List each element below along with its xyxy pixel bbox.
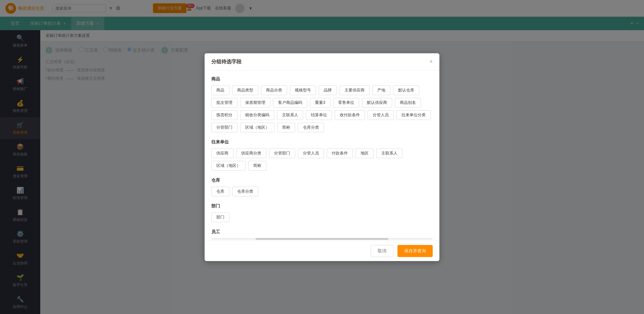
field-partner-category[interactable]: 往来单位分类 — [396, 110, 431, 120]
section-partner-title: 往来单位 — [211, 139, 433, 145]
modal-overlay: 分组待选字段 × 商品 商品 商品类型 商品分类 规格型号 品牌 主要供应商 产… — [0, 0, 644, 314]
field-product-type[interactable]: 商品类型 — [232, 85, 258, 95]
section-dept-fields: 部门 — [211, 212, 433, 222]
field-partner-dept[interactable]: 分管部门 — [269, 148, 295, 158]
section-partner: 往来单位 供应商 供应商分类 分管部门 分管人员 付款条件 地区 主联系人 区域… — [211, 139, 433, 171]
field-warehouse-category[interactable]: 仓库分类 — [232, 187, 258, 196]
modal-close-button[interactable]: × — [430, 59, 433, 65]
field-tax-code[interactable]: 税收分类编码 — [240, 110, 274, 120]
section-warehouse-fields: 仓库 仓库分类 — [211, 187, 433, 196]
field-product-alias[interactable]: 商品别名 — [395, 98, 421, 108]
field-batch-mgmt[interactable]: 批次管理 — [211, 98, 237, 108]
field-settlement-unit[interactable]: 结算单位 — [306, 110, 332, 120]
field-product-category[interactable]: 商品分类 — [261, 85, 287, 95]
section-product-title: 商品 — [211, 76, 433, 82]
section-dept-title: 部门 — [211, 203, 433, 209]
section-warehouse: 仓库 仓库 仓库分类 — [211, 177, 433, 196]
field-short-name-product[interactable]: 简称 — [277, 123, 295, 132]
section-product-fields: 商品 商品类型 商品分类 规格型号 品牌 主要供应商 产地 默认仓库 批次管理 … — [211, 85, 433, 132]
field-main-contact[interactable]: 主联系人 — [277, 110, 303, 120]
field-supervisor[interactable]: 分管人员 — [368, 110, 394, 120]
cancel-button[interactable]: 取消 — [371, 245, 393, 257]
field-warehouse-category-product[interactable]: 仓库分类 — [298, 123, 324, 132]
field-region-area-partner[interactable]: 区域（地区） — [211, 161, 246, 171]
section-warehouse-title: 仓库 — [211, 177, 433, 183]
field-payment-terms[interactable]: 收付款条件 — [335, 110, 365, 120]
field-weight3[interactable]: 重量3 — [310, 98, 330, 108]
field-partner-supervisor[interactable]: 分管人员 — [298, 148, 324, 158]
field-retail-unit[interactable]: 零售单位 — [333, 98, 359, 108]
modal-footer: 取消 保存并查询 — [205, 241, 439, 261]
modal-title: 分组待选字段 — [211, 59, 241, 65]
field-default-warehouse[interactable]: 默认仓库 — [393, 85, 419, 95]
field-main-contact-partner[interactable]: 主联系人 — [376, 148, 402, 158]
modal-body: 商品 商品 商品类型 商品分类 规格型号 品牌 主要供应商 产地 默认仓库 批次… — [205, 71, 439, 237]
field-payment-condition[interactable]: 付款条件 — [327, 148, 353, 158]
field-supplier-category[interactable]: 供应商分类 — [236, 148, 266, 158]
modal-header: 分组待选字段 × — [205, 53, 439, 71]
horizontal-scrollbar[interactable] — [205, 237, 439, 241]
section-employee-title: 员工 — [211, 229, 433, 235]
section-dept: 部门 部门 — [211, 203, 433, 222]
section-product: 商品 商品 商品类型 商品分类 规格型号 品牌 主要供应商 产地 默认仓库 批次… — [211, 76, 433, 132]
field-warehouse[interactable]: 仓库 — [211, 187, 229, 196]
field-customer-code[interactable]: 客户商品编码 — [273, 98, 307, 108]
scrollbar-thumb[interactable] — [256, 238, 388, 240]
field-region-partner[interactable]: 地区 — [356, 148, 374, 158]
field-short-name-partner[interactable]: 简称 — [248, 161, 266, 171]
field-product[interactable]: 商品 — [211, 85, 229, 95]
field-main-supplier[interactable]: 主要供应商 — [339, 85, 370, 95]
field-supplier[interactable]: 供应商 — [211, 148, 233, 158]
field-brand[interactable]: 品牌 — [319, 85, 337, 95]
field-spec-model[interactable]: 规格型号 — [290, 85, 316, 95]
field-dept[interactable]: 部门 — [211, 212, 229, 222]
field-pick-points[interactable]: 拣货积分 — [211, 110, 237, 120]
field-select-modal: 分组待选字段 × 商品 商品 商品类型 商品分类 规格型号 品牌 主要供应商 产… — [205, 53, 439, 261]
section-employee: 员工 业务员 — [211, 229, 433, 237]
field-region-product[interactable]: 区域（地区） — [240, 123, 274, 132]
save-query-button[interactable]: 保存并查询 — [397, 245, 433, 257]
field-dept-mgmt[interactable]: 分管部门 — [211, 123, 237, 132]
field-default-supplier[interactable]: 默认供应商 — [362, 98, 392, 108]
field-origin[interactable]: 产地 — [372, 85, 390, 95]
section-partner-fields: 供应商 供应商分类 分管部门 分管人员 付款条件 地区 主联系人 区域（地区） … — [211, 148, 433, 171]
field-expiry-mgmt[interactable]: 保质期管理 — [240, 98, 270, 108]
